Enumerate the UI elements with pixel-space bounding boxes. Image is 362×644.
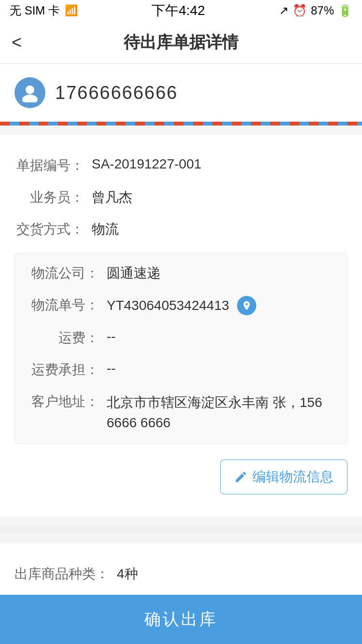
svg-point-0 bbox=[26, 85, 34, 94]
customer-phone: 17666666666 bbox=[55, 83, 178, 103]
freight-bear-label: 运费承担： bbox=[29, 361, 107, 379]
page-title: 待出库单据详情 bbox=[124, 31, 238, 54]
delivery-row: 交货方式： 物流 bbox=[0, 213, 362, 245]
svg-point-1 bbox=[22, 95, 38, 102]
freight-row: 运费： -- bbox=[15, 322, 347, 354]
address-value: 北京市市辖区海淀区永丰南 张，156 6666 6666 bbox=[107, 392, 333, 433]
salesman-row: 业务员： 曾凡杰 bbox=[0, 182, 362, 213]
edit-logistics-button[interactable]: 编辑物流信息 bbox=[220, 460, 348, 494]
confirm-button-label: 确认出库 bbox=[144, 610, 218, 628]
tracking-number-value: YT43064053424413 bbox=[107, 296, 333, 315]
status-time: 下午4:42 bbox=[152, 1, 205, 20]
address-row: 客户地址： 北京市市辖区海淀区永丰南 张，156 6666 6666 bbox=[15, 386, 347, 440]
location-pin-icon[interactable] bbox=[237, 296, 256, 315]
section-separator bbox=[0, 526, 362, 534]
delivery-value: 物流 bbox=[92, 220, 348, 238]
logistics-box: 物流公司： 圆通速递 物流单号： YT43064053424413 运费： --… bbox=[14, 253, 348, 444]
person-icon bbox=[20, 83, 40, 102]
logistics-company-row: 物流公司： 圆通速递 bbox=[15, 257, 347, 289]
logistics-company-label: 物流公司： bbox=[29, 264, 107, 282]
order-number-row: 单据编号： SA-20191227-001 bbox=[0, 150, 362, 182]
goods-type-row: 出库商品种类： 4种 bbox=[0, 558, 362, 590]
order-number-label: 单据编号： bbox=[14, 156, 92, 175]
address-label: 客户地址： bbox=[29, 392, 107, 411]
logistics-company-value: 圆通速递 bbox=[107, 264, 333, 282]
goods-type-label: 出库商品种类： bbox=[14, 565, 117, 583]
wifi-icon: 📶 bbox=[65, 4, 78, 17]
goods-type-value: 4种 bbox=[117, 565, 348, 583]
confirm-button[interactable]: 确认出库 bbox=[0, 595, 362, 644]
avatar bbox=[14, 77, 45, 108]
freight-value: -- bbox=[107, 329, 333, 344]
dashed-divider bbox=[0, 122, 362, 126]
status-right: ↗ ⏰ 87% 🔋 bbox=[279, 4, 352, 17]
battery-icon: 🔋 bbox=[338, 4, 352, 17]
status-left: 无 SIM 卡 📶 bbox=[10, 3, 78, 18]
back-button[interactable]: < bbox=[12, 32, 22, 53]
battery-label: 87% bbox=[311, 4, 334, 17]
nav-bar: < 待出库单据详情 bbox=[0, 21, 362, 64]
salesman-label: 业务员： bbox=[14, 188, 92, 207]
status-bar: 无 SIM 卡 📶 下午4:42 ↗ ⏰ 87% 🔋 bbox=[0, 0, 362, 21]
delivery-label: 交货方式： bbox=[14, 220, 92, 238]
location-icon: ↗ bbox=[279, 4, 289, 17]
alarm-icon: ⏰ bbox=[292, 4, 307, 17]
edit-icon bbox=[234, 470, 248, 484]
carrier-label: 无 SIM 卡 bbox=[10, 3, 60, 18]
edit-logistics-row: 编辑物流信息 bbox=[0, 452, 362, 502]
freight-bear-row: 运费承担： -- bbox=[15, 354, 347, 386]
basic-info-section: 单据编号： SA-20191227-001 业务员： 曾凡杰 交货方式： 物流 … bbox=[0, 135, 362, 517]
freight-label: 运费： bbox=[29, 329, 107, 347]
tracking-number-label: 物流单号： bbox=[29, 296, 107, 314]
salesman-value: 曾凡杰 bbox=[92, 188, 348, 207]
customer-header: 17666666666 bbox=[0, 64, 362, 122]
order-number-value: SA-20191227-001 bbox=[92, 156, 348, 172]
freight-bear-value: -- bbox=[107, 361, 333, 376]
tracking-number-row: 物流单号： YT43064053424413 bbox=[15, 289, 347, 322]
